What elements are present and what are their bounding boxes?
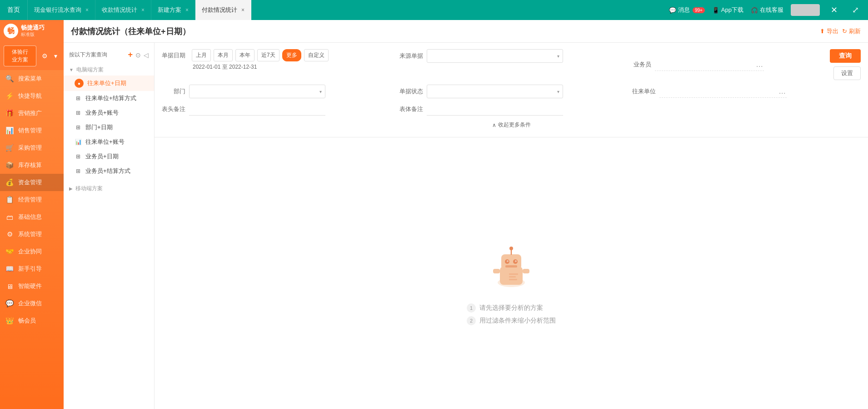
- collapse-panel-btn[interactable]: ◁: [144, 51, 149, 59]
- export-icon: ⬆: [820, 28, 825, 35]
- counterpart-input-wrapper: …: [659, 85, 787, 98]
- sidebar-header: 畅 畅捷通巧 标准版: [0, 20, 64, 42]
- close-receipts-icon[interactable]: ×: [141, 7, 145, 13]
- scheme-item-6[interactable]: ⊞ 业务员+结算方式: [64, 164, 154, 178]
- settings-icon-btn[interactable]: ⚙: [38, 45, 51, 66]
- close-cashflow-icon[interactable]: ×: [85, 7, 89, 13]
- files-icon: 🗃: [5, 213, 14, 221]
- this-month-btn[interactable]: 本月: [214, 49, 233, 61]
- voucher-status-cell: 单据状态 ▾: [395, 85, 628, 98]
- tab-payments[interactable]: 付款情况统计 ×: [195, 0, 251, 20]
- salesman-cell: 业务员 … 查询 设置: [628, 49, 861, 80]
- sidebar-item-collab[interactable]: 🤝 企业协同: [0, 243, 64, 260]
- voucher-status-select[interactable]: [427, 85, 563, 98]
- trial-btn[interactable]: 体验行业方案: [4, 45, 36, 66]
- user-avatar[interactable]: [791, 4, 820, 16]
- svg-rect-12: [509, 273, 518, 275]
- tab-receipts[interactable]: 收款情况统计 ×: [95, 0, 151, 20]
- empty-illustration: [484, 242, 539, 296]
- sidebar-item-inventory[interactable]: 📦 库存核算: [0, 157, 64, 174]
- last-7days-btn[interactable]: 近7天: [257, 49, 279, 61]
- svg-rect-7: [505, 265, 517, 268]
- brand-sub: 标准版: [21, 31, 45, 38]
- left-panel-header: 按以下方案查询 + ⊙ ◁: [64, 47, 154, 63]
- more-dates-btn[interactable]: 更多: [282, 49, 301, 61]
- this-year-btn[interactable]: 本年: [235, 49, 254, 61]
- query-by-scheme-label: 按以下方案查询: [69, 51, 107, 59]
- close-payments-icon[interactable]: ×: [241, 7, 244, 13]
- scheme-item-2[interactable]: ⊞ 业务员+账号: [64, 106, 154, 120]
- body-remark-input[interactable]: [427, 103, 563, 116]
- home-tab[interactable]: 首页: [0, 0, 28, 20]
- sidebar-item-purchase[interactable]: 🛒 采购管理: [0, 139, 64, 157]
- header-remark-label: 表头备注: [162, 105, 189, 113]
- salesman-label: 业务员: [628, 61, 655, 69]
- gift-icon: 🎁: [5, 109, 14, 117]
- sidebar-item-funds[interactable]: 💰 资金管理: [0, 174, 64, 191]
- nav-topbar: 首页 现金银行流水查询 × 收款情况统计 × 新建方案 × 付款情况统计 × 💬…: [0, 0, 868, 20]
- scheme-table-icon-6: ⊞: [75, 167, 82, 175]
- voucher-date-label: 单据日期: [162, 51, 189, 60]
- scheme-chart-icon: ⊞: [75, 95, 82, 102]
- filter-row-3: 表头备注 表体备注: [162, 103, 861, 116]
- crown-icon: 👑: [5, 317, 14, 325]
- sidebar-item-sales[interactable]: 📊 销售管理: [0, 122, 64, 139]
- sidebar-item-weixin[interactable]: 💬 企业微信: [0, 295, 64, 312]
- sidebar-item-hardware[interactable]: 🖥 智能硬件: [0, 278, 64, 295]
- filter-area: 单据日期 上月 本月 本年 近7天 更多 自定义 2022-01-01 至 20: [155, 43, 868, 137]
- scheme-item-0[interactable]: ● 往来单位+日期: [64, 76, 154, 91]
- dropdown-icon-btn[interactable]: ▾: [51, 45, 60, 66]
- sidebar-item-basics[interactable]: 🗃 基础信息: [0, 208, 64, 226]
- sidebar-item-shortcut[interactable]: ⚡ 快捷导航: [0, 87, 64, 105]
- salesman-more-icon[interactable]: …: [756, 61, 764, 69]
- messages-badge: 99+: [693, 7, 705, 13]
- scheme-settings-btn[interactable]: ⊙: [135, 51, 141, 59]
- query-btn[interactable]: 查询: [830, 49, 861, 63]
- page-title: 付款情况统计（往来单位+日期）: [71, 26, 190, 37]
- chat-icon: 💬: [5, 299, 14, 308]
- sidebar-item-guide[interactable]: 📖 新手引导: [0, 260, 64, 278]
- department-select[interactable]: [189, 85, 325, 98]
- scheme-item-1[interactable]: ⊞ 往来单位+结算方式: [64, 91, 154, 106]
- svg-point-5: [507, 260, 509, 262]
- filter-row-2: 部门 ▾ 单据状态: [162, 85, 861, 98]
- source-voucher-select[interactable]: [427, 49, 563, 63]
- counterpart-more-icon[interactable]: …: [778, 87, 787, 96]
- content-area: 按以下方案查询 + ⊙ ◁ ▼ 电脑端方案 ●: [64, 43, 868, 409]
- window-close-icon[interactable]: ✕: [827, 5, 841, 15]
- export-btn[interactable]: ⬆ 导出: [820, 27, 838, 35]
- window-expand-icon[interactable]: ⤢: [848, 5, 863, 15]
- empty-hint-1: 1 请先选择要分析的方案: [467, 303, 556, 313]
- tab-cashflow[interactable]: 现金银行流水查询 ×: [28, 0, 95, 20]
- app-download-btn[interactable]: 📱 App下载: [712, 6, 743, 14]
- source-voucher-cell: 来源单据 ▾: [395, 49, 628, 63]
- collapse-more-btn[interactable]: ∧ 收起更多条件: [492, 121, 531, 129]
- empty-hint-2: 2 用过滤条件来缩小分析范围: [467, 316, 556, 325]
- scheme-item-4[interactable]: 📊 往来单位+账号: [64, 135, 154, 149]
- mobile-section-title[interactable]: ▶ 移动端方案: [64, 182, 154, 194]
- brand-icon: 畅: [4, 24, 18, 38]
- svg-rect-13: [509, 276, 516, 278]
- sidebar-item-search[interactable]: 🔍 搜索菜单: [0, 70, 64, 87]
- sidebar-item-operations[interactable]: 📋 经营管理: [0, 191, 64, 208]
- query-action: 查询 设置: [824, 49, 861, 80]
- custom-date-btn[interactable]: 自定义: [304, 49, 329, 61]
- sidebar-item-system[interactable]: ⚙ 系统管理: [0, 226, 64, 243]
- messages-btn[interactable]: 💬 消息 99+: [669, 6, 705, 14]
- refresh-btn[interactable]: ↻ 刷新: [842, 27, 861, 35]
- counterpart-label: 往来单位: [628, 87, 659, 96]
- sidebar-item-member[interactable]: 👑 畅会员: [0, 312, 64, 329]
- sidebar-item-marketing[interactable]: 🎁 营销推广: [0, 105, 64, 122]
- column-settings-btn[interactable]: 设置: [833, 66, 861, 80]
- scheme-item-3[interactable]: ⊞ 部门+日期: [64, 120, 154, 135]
- pc-section-title[interactable]: ▼ 电脑端方案: [64, 63, 154, 76]
- close-new-scheme-icon[interactable]: ×: [185, 7, 189, 13]
- last-month-btn[interactable]: 上月: [192, 49, 211, 61]
- scheme-item-5[interactable]: ⊞ 业务员+日期: [64, 149, 154, 164]
- chevron-down-icon: ▾: [54, 52, 57, 60]
- header-remark-input[interactable]: [189, 103, 325, 116]
- add-scheme-btn[interactable]: +: [128, 50, 133, 60]
- date-range-row: 2022-01-01 至 2022-12-31: [162, 63, 395, 71]
- online-service-btn[interactable]: 🎧 在线客服: [751, 6, 783, 14]
- tab-new-scheme[interactable]: 新建方案 ×: [151, 0, 195, 20]
